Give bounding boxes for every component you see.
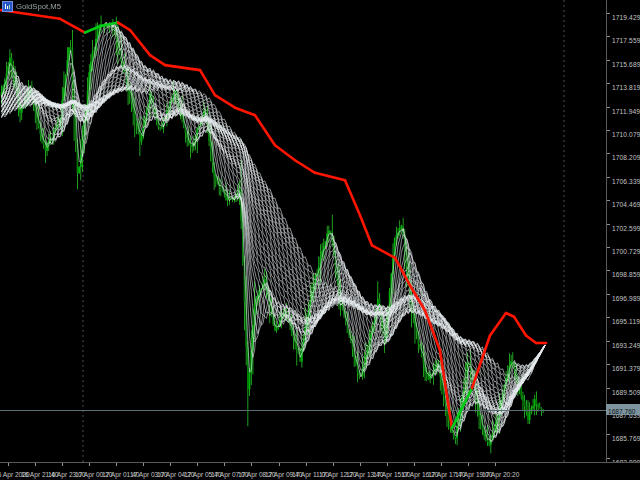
time-tick-mark bbox=[197, 463, 198, 466]
time-tick-label: 17 Apr 20:20 bbox=[482, 467, 544, 478]
time-tick-mark bbox=[62, 463, 63, 466]
time-tick-mark bbox=[89, 463, 90, 466]
price-tick-label: 1710.079 bbox=[612, 127, 640, 138]
time-tick-mark bbox=[468, 463, 469, 466]
price-tick-label: 1689.509 bbox=[612, 385, 640, 396]
price-tick-mark bbox=[607, 388, 610, 389]
time-axis[interactable]: 16 Apr 202016 Apr 21:4016 Apr 23:0017 Ap… bbox=[0, 462, 640, 480]
price-tick-mark bbox=[607, 13, 610, 14]
price-tick-mark bbox=[607, 247, 610, 248]
price-tick-mark bbox=[607, 107, 610, 108]
price-tick-label: 1706.339 bbox=[612, 174, 640, 185]
symbol-label-text: GoldSpot,M5 bbox=[16, 3, 61, 11]
price-tick-label: 1719.429 bbox=[612, 10, 640, 21]
price-tick-mark bbox=[607, 317, 610, 318]
price-tick-mark bbox=[607, 36, 610, 37]
time-tick-mark bbox=[495, 463, 496, 466]
time-tick-mark bbox=[143, 463, 144, 466]
time-tick-mark bbox=[279, 463, 280, 466]
time-tick-mark bbox=[387, 463, 388, 466]
price-tick-mark bbox=[607, 294, 610, 295]
time-tick-mark bbox=[333, 463, 334, 466]
price-tick-label: 1693.249 bbox=[612, 338, 640, 349]
time-tick-mark bbox=[8, 463, 9, 466]
time-tick-mark bbox=[306, 463, 307, 466]
symbol-timeframe-label: GoldSpot,M5 bbox=[2, 1, 80, 12]
price-tick-mark bbox=[607, 83, 610, 84]
price-tick-label: 1704.469 bbox=[612, 197, 640, 208]
price-tick-mark bbox=[607, 270, 610, 271]
price-tick-mark bbox=[607, 341, 610, 342]
time-tick-mark bbox=[360, 463, 361, 466]
price-tick-mark bbox=[607, 224, 610, 225]
bid-price-value: 1687.760 bbox=[608, 409, 636, 416]
bid-price-badge: 1687.760 bbox=[606, 404, 640, 415]
price-tick-mark bbox=[607, 364, 610, 365]
price-tick-label: 1715.689 bbox=[612, 57, 640, 68]
price-axis[interactable]: 1719.4291717.5591715.6891713.8191711.949… bbox=[606, 0, 640, 462]
price-tick-label: 1695.119 bbox=[612, 314, 640, 325]
price-tick-label: 1691.379 bbox=[612, 361, 640, 372]
price-tick-mark bbox=[607, 130, 610, 131]
price-tick-label: 1698.859 bbox=[612, 267, 640, 278]
price-tick-mark bbox=[607, 153, 610, 154]
time-tick-mark bbox=[441, 463, 442, 466]
price-tick-label: 1700.729 bbox=[612, 244, 640, 255]
price-tick-label: 1702.599 bbox=[612, 221, 640, 232]
price-tick-label: 1711.949 bbox=[612, 104, 640, 115]
time-tick-mark bbox=[251, 463, 252, 466]
price-tick-label: 1717.559 bbox=[612, 33, 640, 44]
price-tick-label: 1685.769 bbox=[612, 431, 640, 442]
time-tick-mark bbox=[35, 463, 36, 466]
price-tick-mark bbox=[607, 200, 610, 201]
price-tick-mark bbox=[607, 60, 610, 61]
time-tick-mark bbox=[116, 463, 117, 466]
price-tick-label: 1713.819 bbox=[612, 80, 640, 91]
time-tick-mark bbox=[170, 463, 171, 466]
mt4-chart-window: GoldSpot,M5 1719.4291717.5591715.6891713… bbox=[0, 0, 640, 480]
price-tick-label: 1696.989 bbox=[612, 291, 640, 302]
price-tick-mark bbox=[607, 434, 610, 435]
time-tick-mark bbox=[414, 463, 415, 466]
price-tick-mark bbox=[607, 458, 610, 459]
chart-window-icon bbox=[2, 1, 13, 12]
price-tick-label: 1708.209 bbox=[612, 150, 640, 161]
price-tick-mark bbox=[607, 177, 610, 178]
chart-canvas[interactable] bbox=[0, 0, 606, 462]
time-tick-mark bbox=[224, 463, 225, 466]
